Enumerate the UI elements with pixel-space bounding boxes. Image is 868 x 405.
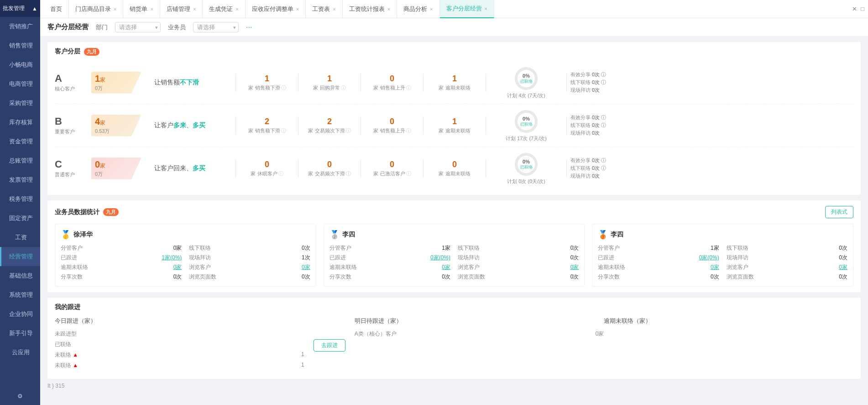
info-icon[interactable]: ⓘ (346, 127, 351, 134)
info-icon[interactable]: ⓘ (406, 84, 411, 91)
sidebar-item-shuiwu[interactable]: 税务管理 (0, 189, 40, 209)
staff-card-1: 🥇 徐泽华 分管客户 0家 线下联络 0次 已跟进 (55, 224, 316, 287)
follow-overdue-col: 逾期未联络（家） (604, 317, 853, 373)
sidebar-item-yunyingyong[interactable]: 云应用 (0, 343, 40, 362)
staff-section-header: 业务员数据统计 九月 列表式 (55, 206, 853, 218)
sidebar-item-zijin[interactable]: 资金管理 (0, 132, 40, 151)
divider (235, 116, 236, 135)
close-icon[interactable]: × (333, 6, 335, 12)
tier-c-contact: 0% 已联络 计划 0次 (0天/次) (490, 152, 563, 185)
sidebar-item-zhangzhang[interactable]: 总账管理 (0, 151, 40, 170)
tier-b-stat-4: 1 家 逾期未联络 (427, 117, 482, 134)
info-icon[interactable]: ⓘ (601, 122, 606, 128)
info-icon[interactable]: ⓘ (601, 79, 606, 85)
info-icon[interactable]: ⓘ (601, 158, 606, 163)
info-icon[interactable]: ⓘ (601, 165, 606, 171)
staff-stat-row: 分享次数 0次 (598, 273, 719, 281)
staff-name-3: 李四 (611, 231, 623, 239)
close-icon[interactable]: × (387, 6, 390, 12)
sidebar-item-yingxiao[interactable]: 营销推广 (0, 17, 40, 36)
tab-mendian[interactable]: 门店商品目录× (69, 0, 123, 18)
sidebar-logo-text: 批发管理 (3, 5, 25, 12)
tier-c-stat-3: 0 家已激活客户ⓘ (365, 160, 419, 177)
follow-tomorrow-col: 明日待跟进（家） A类（核心）客户 0家 (355, 317, 604, 373)
close-icon[interactable]: × (235, 6, 238, 12)
follow-today-title: 今日跟进（家） (55, 317, 304, 325)
tier-b-label: B 重要客户 (55, 116, 91, 135)
staff-stats-3: 分管客户 1家 线下联络 0次 已跟进 0家(0%) 现场拜访 (598, 244, 847, 281)
info-icon[interactable]: ⓘ (278, 170, 283, 177)
close-icon[interactable]: × (430, 6, 433, 12)
tab-home[interactable]: 首页 (44, 0, 69, 18)
sidebar-item-jingying[interactable]: 经营管理 (0, 247, 40, 266)
gear-icon[interactable]: ⚙ (0, 387, 40, 405)
info-icon[interactable]: ⓘ (601, 115, 606, 120)
list-view-button[interactable]: 列表式 (825, 206, 853, 218)
staff-select[interactable]: 请选择 (193, 22, 239, 32)
sidebar-item-fapiao[interactable]: 发票管理 (0, 170, 40, 189)
divider (423, 116, 424, 135)
staff-stats-1: 分管客户 0家 线下联络 0次 已跟进 1家(0%) 现场拜访 (61, 244, 310, 281)
close-icon[interactable]: × (114, 6, 116, 12)
go-follow-button[interactable]: 去跟进 (314, 339, 345, 352)
tab-shangpinfenxi[interactable]: 商品分析× (397, 0, 439, 18)
window-close-icon[interactable]: ✕ (852, 5, 857, 12)
info-icon[interactable]: ⓘ (601, 72, 606, 77)
close-icon[interactable]: × (485, 6, 487, 11)
main-content: 首页 门店商品目录× 销货单× 店铺管理× 生成凭证× 应收应付调整单× 工资表… (40, 0, 868, 405)
tier-c-stat-2: 0 家交易频次下滑ⓘ (302, 160, 357, 177)
dept-select[interactable]: 请选择 (115, 22, 161, 32)
tab-gongzitongji[interactable]: 工资统计报表× (343, 0, 397, 18)
sidebar-logo[interactable]: 批发管理 ▲ (0, 0, 40, 17)
follow-go-btn-col: 去跟进 (304, 317, 355, 373)
staff-stat-row: 浏览客户 0家 (189, 263, 310, 271)
follow-row: 已联络 (55, 339, 304, 350)
window-restore-icon[interactable]: □ (861, 5, 864, 12)
staff-stat-row: 浏览页面数 0次 (727, 273, 847, 281)
sidebar-item-xiaoshou[interactable]: 销售管理 (0, 36, 40, 55)
divider (361, 159, 361, 178)
tier-a-label: A 核心客户 (55, 73, 91, 92)
info-icon[interactable]: ⓘ (281, 127, 286, 134)
info-icon[interactable]: ⓘ (406, 127, 411, 134)
sidebar-item-jichu[interactable]: 基础信息 (0, 266, 40, 285)
staff-grid: 🥇 徐泽华 分管客户 0家 线下联络 0次 已跟进 (55, 224, 853, 287)
sidebar-item-gudingzichan[interactable]: 固定资产 (0, 209, 40, 228)
info-icon[interactable]: ⓘ (406, 170, 411, 177)
staff-stats-section: 业务员数据统计 九月 列表式 🥇 徐泽华 分管客户 0家 (47, 200, 861, 292)
tab-kehufenceng[interactable]: 客户分层经营× (440, 0, 494, 18)
tier-month-badge: 九月 (84, 48, 99, 56)
sidebar-item-qiyexietong[interactable]: 企业协同 (0, 305, 40, 324)
tier-a-donut: 0% 已联络 (513, 66, 539, 91)
sidebar-item-gongzi[interactable]: 工资 (0, 228, 40, 247)
staff-stat-row: 逾期未联络 0家 (598, 263, 719, 271)
page-header: 客户分层经营 部门 请选择 业务员 请选择 ··· (40, 18, 868, 37)
close-icon[interactable]: × (193, 6, 196, 12)
follow-grid: 今日跟进（家） 未跟进型 已联络 未联络 ▲1 未联络 ▲1 (55, 317, 853, 373)
info-icon[interactable]: ⓘ (281, 84, 286, 91)
dept-label: 部门 (96, 23, 108, 32)
sidebar-item-dianshang[interactable]: 电商管理 (0, 74, 40, 94)
info-icon[interactable]: ⓘ (346, 170, 351, 177)
sidebar-item-xiaochangdianshang[interactable]: 小畅电商 (0, 55, 40, 74)
close-icon[interactable]: × (150, 6, 153, 12)
tab-xiaohuo[interactable]: 销货单× (123, 0, 160, 18)
sidebar-item-caigou[interactable]: 采购管理 (0, 94, 40, 113)
more-filter-icon[interactable]: ··· (246, 23, 252, 32)
follow-today-rows: 未跟进型 已联络 未联络 ▲1 未联络 ▲1 (55, 329, 304, 371)
tier-a-plan: 计划 4次 (7天/次) (507, 92, 545, 99)
close-icon[interactable]: × (296, 6, 299, 12)
tab-yingshoutiaozheng[interactable]: 应收应付调整单× (246, 0, 306, 18)
tier-row-b: B 重要客户 4家 0.53万 让客户多来、多买 2 家销售额下滑ⓘ (55, 104, 853, 147)
staff-name-2: 李四 (342, 231, 355, 239)
divider (486, 74, 486, 92)
tab-shengchengpingzheng[interactable]: 生成凭证× (203, 0, 245, 18)
sidebar-item-xinshou[interactable]: 新手引导 (0, 324, 40, 343)
tab-gongzibiao[interactable]: 工资表× (306, 0, 342, 18)
divider (235, 159, 236, 178)
info-icon[interactable]: ⓘ (341, 84, 346, 91)
tab-dianpu[interactable]: 店铺管理× (160, 0, 203, 18)
sidebar-item-kucun[interactable]: 库存核算 (0, 113, 40, 132)
sidebar-item-xitong[interactable]: 系统管理 (0, 285, 40, 305)
follow-header: 我的跟进 (55, 303, 853, 311)
